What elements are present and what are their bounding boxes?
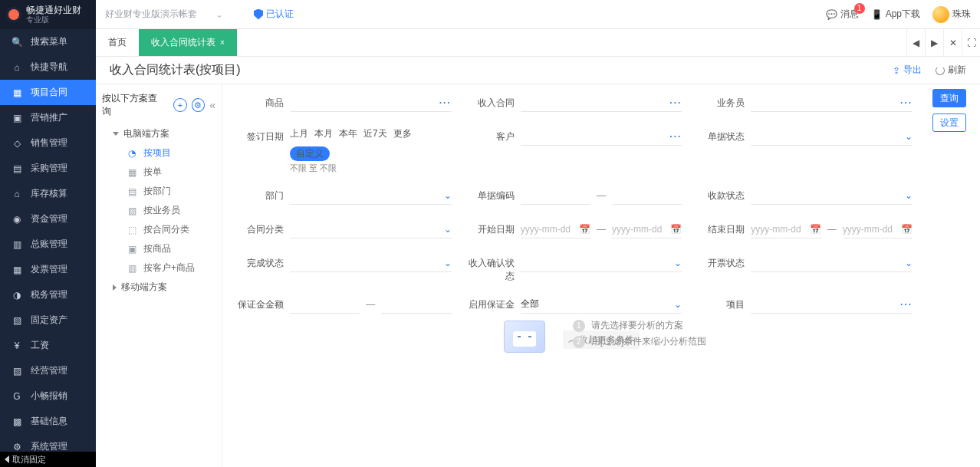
label-salesman: 业务员 — [697, 94, 745, 110]
calendar-icon[interactable]: 📅 — [670, 224, 682, 235]
field-startdate[interactable]: yyyy-mm-dd📅—yyyy-mm-dd📅 — [521, 220, 682, 238]
field-contracttype[interactable]: ⌄ — [290, 220, 452, 238]
scheme-item-5[interactable]: ▣按商品 — [102, 239, 215, 258]
nav-item-15[interactable]: ▩基础信息 — [0, 409, 96, 434]
tab-active[interactable]: 收入合同统计表 × — [139, 29, 237, 56]
more-icon[interactable]: ··· — [669, 97, 682, 108]
search-button[interactable]: 查询 — [932, 89, 966, 107]
scheme-item-label: 按客户+商品 — [143, 261, 195, 275]
step-1-icon: 1 — [573, 320, 585, 332]
scheme-item-0[interactable]: ◔按项目 — [102, 143, 215, 163]
field-confirmstatus[interactable]: ⌄ — [521, 254, 682, 272]
label-dept: 部门 — [236, 186, 284, 202]
field-invoicestatus[interactable]: ⌄ — [751, 254, 913, 272]
nav-item-8[interactable]: ▥总账管理 — [0, 232, 96, 257]
quick-last-month[interactable]: 上月 — [290, 127, 308, 140]
scheme-item-4[interactable]: ⬚按合同分类 — [102, 220, 215, 239]
tab-home[interactable]: 首页 — [96, 29, 139, 56]
account-selector[interactable]: 好业财专业版演示帐套 ⌄ — [105, 8, 243, 21]
export-label: 导出 — [903, 64, 922, 77]
settings-button[interactable]: 设置 — [932, 113, 966, 132]
nav-item-0[interactable]: 🔍搜索菜单 — [0, 29, 96, 54]
quick-custom[interactable]: 自定义 — [290, 146, 330, 161]
nav-item-12[interactable]: ¥工资 — [0, 333, 96, 358]
nav-item-7[interactable]: ◉资金管理 — [0, 206, 96, 232]
scheme-item-2[interactable]: ▤按部门 — [102, 182, 215, 201]
scheme-item-6[interactable]: ▥按客户+商品 — [102, 258, 215, 278]
nav-icon: ⌂ — [11, 61, 23, 74]
scheme-item-label: 按项目 — [143, 146, 171, 160]
nav-icon: ▧ — [11, 314, 23, 327]
nav-item-14[interactable]: G小畅报销 — [0, 383, 96, 409]
nav-label: 营销推广 — [31, 111, 67, 124]
chevron-down-icon: ⌄ — [905, 131, 913, 142]
calendar-icon[interactable]: 📅 — [810, 224, 821, 235]
chevron-down-icon: ⌄ — [905, 258, 913, 268]
signdate-quick: 上月 本月 本年 近7天 更多 自定义 — [290, 127, 452, 161]
quick-this-year[interactable]: 本年 — [339, 127, 357, 140]
calendar-icon[interactable]: 📅 — [901, 224, 913, 235]
quick-more[interactable]: 更多 — [393, 127, 412, 140]
refresh-button[interactable]: 刷新 — [936, 64, 966, 77]
field-billno[interactable]: — — [521, 186, 682, 205]
refresh-label: 刷新 — [948, 64, 966, 77]
scheme-item-3[interactable]: ▧按业务员 — [102, 201, 215, 220]
cert-badge: 已认证 — [254, 8, 294, 21]
quick-this-month[interactable]: 本月 — [314, 127, 333, 140]
label-startdate: 开始日期 — [467, 220, 515, 236]
phone-icon: 📱 — [871, 9, 883, 20]
quick-7days[interactable]: 近7天 — [363, 127, 387, 140]
field-enddate[interactable]: yyyy-mm-dd📅—yyyy-mm-dd📅 — [751, 220, 913, 238]
nav-item-10[interactable]: ◑税务管理 — [0, 282, 96, 307]
nav-icon: ◉ — [11, 213, 23, 225]
field-donestatus[interactable]: ⌄ — [290, 254, 452, 272]
nav-item-6[interactable]: ⌂库存核算 — [0, 181, 96, 206]
label-customer: 客户 — [467, 127, 515, 143]
scheme-item-1[interactable]: ▦按单 — [102, 163, 215, 182]
nav-item-5[interactable]: ▤采购管理 — [0, 156, 96, 181]
more-icon[interactable]: ··· — [439, 97, 452, 108]
field-dept[interactable]: ⌄ — [290, 186, 452, 205]
field-customer[interactable]: ··· — [521, 127, 682, 146]
field-goods[interactable]: ··· — [290, 94, 452, 112]
scheme-group-mobile[interactable]: 移动端方案 — [102, 278, 215, 297]
field-paystatus[interactable]: ⌄ — [751, 186, 913, 205]
pin-toggle[interactable]: 取消固定 — [0, 452, 96, 467]
scheme-add-button[interactable]: + — [173, 98, 186, 112]
nav-label: 小畅报销 — [31, 390, 67, 403]
tab-fullscreen[interactable]: ⛶ — [962, 29, 980, 57]
field-billstatus[interactable]: ⌄ — [751, 127, 913, 146]
scheme-item-icon: ▤ — [127, 186, 137, 197]
calendar-icon[interactable]: 📅 — [579, 224, 590, 235]
nav-item-11[interactable]: ▧固定资产 — [0, 307, 96, 333]
tab-close-button[interactable]: × — [220, 38, 225, 47]
nav-item-1[interactable]: ⌂快捷导航 — [0, 54, 96, 80]
nav-item-16[interactable]: ⚙系统管理 — [0, 434, 96, 452]
nav-item-13[interactable]: ▨经营管理 — [0, 358, 96, 383]
label-billstatus: 单据状态 — [697, 127, 745, 143]
scheme-collapse-button[interactable]: « — [209, 99, 215, 111]
user-menu[interactable]: 珠珠 — [932, 6, 971, 23]
scheme-setting-button[interactable]: ⚙ — [192, 98, 205, 112]
tab-scroll-right[interactable]: ▶ — [925, 29, 943, 57]
settings-button-label: 设置 — [940, 117, 959, 130]
export-button[interactable]: ⇪ 导出 — [893, 64, 922, 77]
more-icon[interactable]: ··· — [669, 131, 682, 142]
field-salesman[interactable]: ··· — [751, 94, 913, 112]
scheme-group-pc[interactable]: 电脑端方案 — [102, 124, 215, 143]
messages-badge: 1 — [854, 3, 865, 14]
nav-item-3[interactable]: ▣营销推广 — [0, 105, 96, 130]
nav-label: 基础信息 — [31, 415, 67, 428]
app-download-button[interactable]: 📱 App下载 — [871, 8, 920, 21]
nav-label: 库存核算 — [31, 187, 67, 200]
tab-scroll-left[interactable]: ◀ — [906, 29, 925, 57]
tab-close-all[interactable]: ✕ — [943, 29, 962, 57]
scheme-group-mobile-label: 移动端方案 — [121, 281, 167, 294]
nav-item-4[interactable]: ◇销售管理 — [0, 130, 96, 156]
messages-button[interactable]: 💬 消息 1 — [826, 8, 859, 21]
nav-item-2[interactable]: ▦项目合同 — [0, 80, 96, 105]
nav-label: 固定资产 — [31, 314, 67, 327]
more-icon[interactable]: ··· — [900, 97, 913, 108]
field-income[interactable]: ··· — [521, 94, 682, 112]
nav-item-9[interactable]: ▦发票管理 — [0, 257, 96, 282]
